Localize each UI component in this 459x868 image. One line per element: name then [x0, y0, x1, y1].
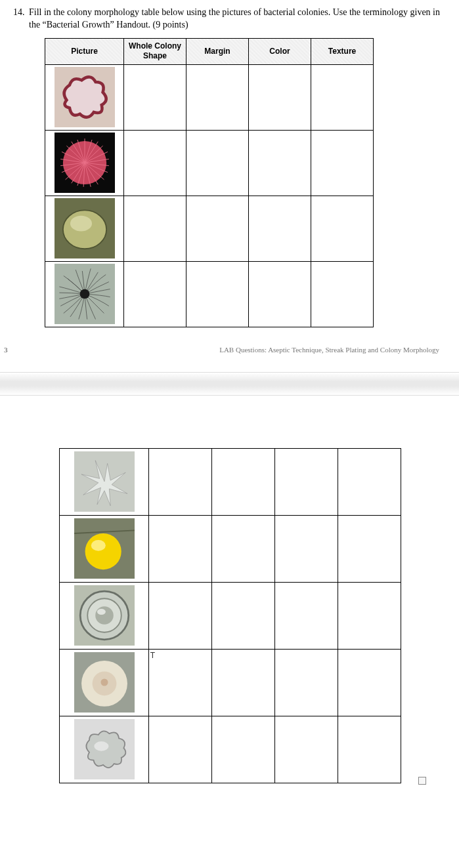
question-14: 14. Fill in the colony morphology table …	[13, 7, 446, 31]
blank-cell	[212, 582, 275, 649]
colony-irregular-lobate-icon	[73, 719, 136, 779]
table-row	[45, 261, 374, 327]
colony-image-cell	[60, 515, 149, 582]
table-row	[60, 582, 401, 649]
blank-cell	[275, 649, 338, 716]
colony-filamentous-gray-icon	[53, 264, 116, 324]
colony-round-yellow-icon	[73, 518, 136, 579]
page-corner-checkbox-icon	[418, 777, 426, 785]
question-text: Fill in the colony morphology table belo…	[29, 7, 446, 31]
colony-image-cell	[60, 716, 149, 783]
blank-cell	[212, 515, 275, 582]
blank-cell	[249, 130, 311, 196]
header-color: Color	[249, 38, 311, 64]
blank-cell: T	[149, 649, 212, 716]
colony-irregular-pink-icon	[53, 67, 116, 127]
header-texture: Texture	[311, 38, 374, 64]
svg-point-27	[70, 216, 91, 232]
stray-mark: T	[150, 651, 155, 660]
blank-cell	[124, 261, 186, 327]
blank-cell	[186, 64, 249, 130]
blank-cell	[124, 130, 186, 196]
blank-cell	[338, 716, 401, 783]
blank-cell	[311, 64, 374, 130]
colony-round-concentric-icon	[73, 585, 136, 646]
blank-cell	[311, 130, 374, 196]
colony-image-cell	[60, 448, 149, 515]
table-row	[60, 448, 401, 515]
header-margin: Margin	[186, 38, 249, 64]
svg-point-34	[85, 533, 121, 569]
blank-cell	[338, 448, 401, 515]
blank-cell	[338, 582, 401, 649]
blank-cell	[186, 196, 249, 261]
blank-cell	[275, 515, 338, 582]
colony-image-cell	[60, 582, 149, 649]
svg-point-41	[95, 607, 114, 625]
blank-cell	[186, 261, 249, 327]
blank-cell	[249, 261, 311, 327]
morphology-table-2: T	[59, 448, 401, 783]
blank-cell	[149, 515, 212, 582]
blank-cell	[249, 64, 311, 130]
table-row	[60, 716, 401, 783]
blank-cell	[212, 716, 275, 783]
blank-cell	[149, 716, 212, 783]
colony-crystalline-clear-icon	[73, 451, 136, 512]
blank-cell	[338, 515, 401, 582]
colony-image-cell	[45, 261, 124, 327]
blank-cell	[149, 448, 212, 515]
colony-image-cell	[45, 196, 124, 261]
svg-point-35	[91, 541, 105, 552]
svg-point-48	[94, 742, 108, 752]
blank-cell	[149, 582, 212, 649]
colony-image-cell	[45, 64, 124, 130]
svg-point-30	[79, 289, 89, 299]
header-shape: Whole Colony Shape	[124, 38, 186, 64]
blank-cell	[275, 448, 338, 515]
page-break	[0, 372, 459, 396]
table-row	[45, 196, 374, 261]
blank-cell	[212, 649, 275, 716]
colony-round-filamentous-icon	[53, 133, 116, 193]
blank-cell	[311, 196, 374, 261]
blank-cell	[124, 64, 186, 130]
blank-cell	[249, 196, 311, 261]
question-number: 14.	[13, 7, 29, 31]
morphology-table-1: Picture Whole Colony Shape Margin Color …	[45, 38, 374, 327]
svg-point-42	[97, 609, 105, 615]
table-row	[45, 64, 374, 130]
colony-round-cream-icon	[73, 652, 136, 713]
header-picture: Picture	[45, 38, 124, 64]
page-footer: LAB Questions: Aseptic Technique, Streak…	[8, 346, 440, 354]
blank-cell	[186, 130, 249, 196]
blank-cell	[338, 649, 401, 716]
table-row	[45, 130, 374, 196]
blank-cell	[212, 448, 275, 515]
table-row	[60, 515, 401, 582]
colony-image-cell	[60, 649, 149, 716]
svg-point-46	[100, 679, 108, 686]
colony-image-cell	[45, 130, 124, 196]
blank-cell	[275, 582, 338, 649]
colony-round-olive-icon	[53, 198, 116, 258]
blank-cell	[311, 261, 374, 327]
blank-cell	[124, 196, 186, 261]
blank-cell	[275, 716, 338, 783]
table-row: T	[60, 649, 401, 716]
